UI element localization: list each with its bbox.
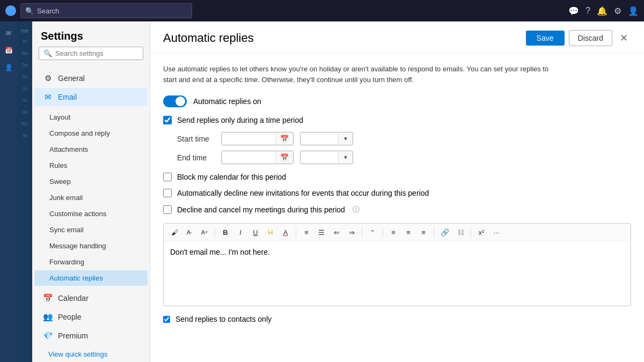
submenu-item-junk[interactable]: Junk email — [34, 190, 148, 205]
discard-button[interactable]: Discard — [569, 30, 612, 46]
font-size-down-button[interactable]: A- — [183, 226, 196, 239]
general-icon: ⚙ — [43, 73, 53, 83]
underline-button[interactable]: U — [249, 226, 262, 239]
toolbar-separator — [215, 227, 215, 237]
bold-button[interactable]: B — [219, 226, 232, 239]
format-painter-button[interactable]: 🖌 — [168, 226, 181, 239]
decline-cancel-checkbox[interactable] — [163, 205, 172, 214]
start-time-select[interactable]: 15:00 — [301, 132, 338, 145]
toolbar-separator — [471, 227, 471, 237]
start-time-caret-icon[interactable]: ▼ — [338, 134, 353, 144]
mail-nav-item[interactable]: 📅 — [0, 43, 17, 58]
submenu-item-sweep[interactable]: Sweep — [34, 174, 148, 189]
automatic-replies-toggle[interactable] — [163, 95, 187, 107]
skype-icon[interactable]: 💬 — [568, 6, 579, 16]
global-search-input[interactable]: Search — [37, 7, 187, 15]
start-time-label: Start time — [177, 135, 215, 143]
start-date-input[interactable]: 23/12/2019 — [222, 132, 275, 145]
sidebar-item-email[interactable]: ✉ Email — [34, 88, 148, 106]
notifications-icon[interactable]: 🔔 — [597, 6, 608, 16]
highlight-button[interactable]: H — [264, 226, 277, 239]
toggle-thumb — [175, 97, 185, 106]
sidebar-item-label: Calendar — [58, 294, 89, 302]
start-date-input-wrapper: 23/12/2019 📅 — [221, 132, 294, 145]
start-date-calendar-icon[interactable]: 📅 — [275, 132, 293, 145]
sidebar-item-premium[interactable]: 💎 Premium — [34, 327, 148, 345]
sidebar-item-calendar[interactable]: 📅 Calendar — [34, 289, 148, 307]
align-left-button[interactable]: ≡ — [387, 226, 400, 239]
submenu-item-sync[interactable]: Sync email — [34, 222, 148, 238]
send-contacts-row: Send replies to contacts only — [163, 315, 631, 323]
mail-nav-item[interactable]: ✉ — [0, 26, 17, 41]
submenu-item-attachments[interactable]: Attachments — [34, 142, 148, 157]
close-button[interactable]: ✕ — [617, 31, 631, 45]
toggle-label: Automatic replies on — [193, 97, 261, 106]
decline-invitations-label: Automatically decline new invitations fo… — [177, 189, 429, 197]
folder-label: Te — [17, 133, 32, 143]
reply-editor: 🖌 A- A+ B I U H A ≡ ☰ ⇐ ⇒ " — [163, 223, 631, 306]
submenu-item-label: Message handling — [49, 242, 106, 250]
decrease-indent-button[interactable]: ⇐ — [330, 226, 343, 239]
editor-content: Don't email me... I'm not here. — [170, 248, 270, 256]
save-button[interactable]: Save — [526, 31, 565, 46]
submenu-item-label: Junk email — [49, 194, 83, 202]
increase-indent-button[interactable]: ⇒ — [345, 226, 358, 239]
unlink-button[interactable]: ⛓ — [454, 226, 467, 239]
topbar: 🔍 Search 💬 ? 🔔 ⚙ 👤 — [0, 0, 644, 21]
mail-nav-item[interactable]: 👤 — [0, 60, 17, 75]
search-icon: 🔍 — [25, 7, 34, 15]
bullet-list-button[interactable]: ≡ — [300, 226, 313, 239]
decline-invitations-checkbox[interactable] — [163, 189, 172, 197]
block-calendar-checkbox[interactable] — [163, 173, 172, 181]
toolbar-separator — [296, 227, 296, 237]
end-time-row: End time 06/01/2020 📅 15:00 ▼ — [177, 151, 631, 164]
end-time-caret-icon[interactable]: ▼ — [338, 152, 353, 162]
sidebar-item-general[interactable]: ⚙ General — [34, 69, 148, 87]
folder-label: me — [17, 26, 32, 36]
submenu-item-compose[interactable]: Compose and reply — [34, 125, 148, 141]
send-contacts-checkbox[interactable] — [163, 316, 170, 323]
align-right-button[interactable]: ≡ — [417, 226, 430, 239]
italic-button[interactable]: I — [234, 226, 247, 239]
folder-label: Ar — [17, 98, 32, 107]
start-time-select-wrapper: 15:00 ▼ — [300, 132, 353, 145]
premium-icon: 💎 — [43, 331, 53, 341]
submenu-item-automatic-replies[interactable]: Automatic replies — [34, 270, 148, 286]
reply-editor-body[interactable]: Don't email me... I'm not here. — [164, 241, 631, 306]
submenu-item-forwarding[interactable]: Forwarding — [34, 254, 148, 270]
more-options-button[interactable]: ··· — [490, 226, 503, 239]
sidebar-item-people[interactable]: 👥 People — [34, 308, 148, 326]
start-time-row: Start time 23/12/2019 📅 15:00 ▼ — [177, 132, 631, 145]
end-time-select[interactable]: 15:00 — [301, 151, 338, 164]
folder-label: Se — [17, 50, 32, 60]
email-submenu: Layout Compose and reply Attachments Rul… — [32, 109, 150, 286]
quote-button[interactable]: " — [366, 226, 379, 239]
submenu-item-message-handling[interactable]: Message handling — [34, 238, 148, 254]
folder-label: De — [17, 62, 32, 72]
font-color-button[interactable]: A — [279, 226, 292, 239]
toolbar-separator — [434, 227, 434, 237]
user-icon[interactable]: 👤 — [628, 6, 639, 16]
send-during-period-row: Send replies only during a time period — [163, 116, 631, 124]
end-time-select-wrapper: 15:00 ▼ — [300, 151, 353, 164]
end-date-input[interactable]: 06/01/2020 — [222, 151, 275, 164]
global-search-box[interactable]: 🔍 Search — [20, 3, 192, 18]
settings-search-box[interactable]: 🔍 — [39, 47, 143, 60]
view-quick-settings-link[interactable]: View quick settings — [32, 346, 116, 362]
submenu-item-layout[interactable]: Layout — [34, 109, 148, 125]
sidebar-item-label: Premium — [58, 331, 88, 340]
superscript-button[interactable]: x² — [475, 226, 488, 239]
sidebar-item-label: Email — [58, 93, 77, 101]
settings-search-input[interactable] — [55, 49, 138, 57]
end-date-calendar-icon[interactable]: 📅 — [275, 151, 293, 164]
align-center-button[interactable]: ≡ — [402, 226, 415, 239]
settings-icon[interactable]: ⚙ — [614, 6, 621, 16]
send-during-period-checkbox[interactable] — [163, 116, 172, 124]
link-button[interactable]: 🔗 — [438, 226, 452, 239]
submenu-item-label: Compose and reply — [49, 129, 110, 137]
submenu-item-customise[interactable]: Customise actions — [34, 206, 148, 221]
help-icon[interactable]: ? — [586, 6, 590, 16]
numbered-list-button[interactable]: ☰ — [315, 226, 328, 239]
font-size-up-button[interactable]: A+ — [198, 226, 211, 239]
submenu-item-rules[interactable]: Rules — [34, 158, 148, 173]
